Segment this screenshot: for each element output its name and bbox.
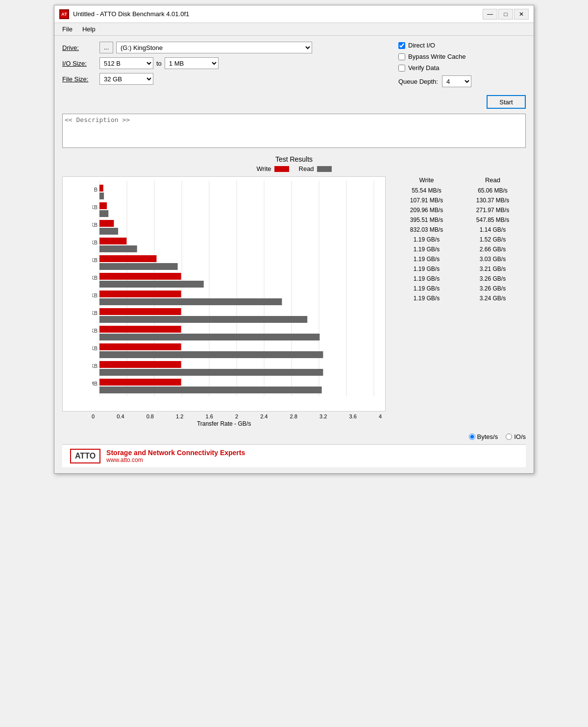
start-button[interactable]: Start	[487, 95, 526, 109]
read-value: 65.06 MB/s	[471, 187, 515, 194]
read-color-swatch	[317, 166, 332, 172]
title-bar: AT Untitled - ATTO Disk Benchmark 4.01.0…	[54, 5, 534, 23]
svg-rect-42	[99, 369, 323, 376]
x-axis-tick: 4	[379, 413, 382, 419]
svg-rect-15	[99, 210, 108, 217]
data-table-row: 395.51 MB/s 547.85 MB/s	[393, 216, 526, 224]
x-axis-tick: 3.2	[319, 413, 327, 419]
svg-rect-24	[99, 263, 178, 270]
svg-rect-32	[99, 308, 181, 315]
file-size-row: File Size: 32 GB	[62, 73, 389, 85]
x-axis-tick: 1.2	[176, 413, 183, 419]
read-value: 547.85 MB/s	[471, 217, 515, 223]
read-value: 2.66 GB/s	[471, 246, 515, 253]
svg-rect-14	[99, 202, 107, 209]
svg-text:8 KB: 8 KB	[92, 257, 98, 263]
bytes-label: Bytes/s	[477, 433, 498, 440]
svg-text:32 KB: 32 KB	[92, 292, 98, 298]
data-table-body: 55.54 MB/s 65.06 MB/s 107.91 MB/s 130.37…	[393, 187, 526, 302]
read-value: 271.97 MB/s	[471, 207, 515, 214]
description-wrapper: << Description >>	[62, 114, 526, 149]
bytes-radio-item: Bytes/s	[469, 433, 498, 440]
x-axis-tick: 2.4	[260, 413, 268, 419]
close-button[interactable]: ✕	[514, 9, 529, 20]
chart-inner: 512 B1 KB2 KB4 KB8 KB16 KB32 KB64 KB128 …	[92, 181, 381, 407]
chart-legend: Write Read	[62, 165, 526, 172]
svg-rect-45	[99, 387, 322, 393]
svg-rect-39	[99, 351, 323, 358]
window-title: Untitled - ATTO Disk Benchmark 4.01.0f1	[73, 10, 189, 18]
data-table-row: 1.19 GB/s 3.21 GB/s	[393, 265, 526, 273]
data-table-row: 1.19 GB/s 2.66 GB/s	[393, 245, 526, 253]
io-radio[interactable]	[506, 434, 512, 440]
svg-text:1 KB: 1 KB	[92, 204, 98, 210]
direct-io-row: Direct I/O	[398, 42, 526, 49]
read-value: 130.37 MB/s	[471, 197, 515, 204]
svg-rect-27	[99, 281, 204, 288]
description-textarea[interactable]: << Description >>	[62, 114, 526, 148]
left-controls: Drive: ... (G:) KingStone I/O Size: 512 …	[62, 42, 389, 89]
title-bar-left: AT Untitled - ATTO Disk Benchmark 4.01.0…	[59, 9, 189, 19]
atto-text: Storage and Network Connectivity Experts…	[106, 449, 518, 463]
write-value: 832.03 MB/s	[405, 226, 449, 233]
svg-rect-18	[99, 228, 118, 235]
right-controls: Direct I/O Bypass Write Cache Verify Dat…	[398, 42, 526, 109]
x-axis-tick: 1.6	[206, 413, 213, 419]
direct-io-checkbox[interactable]	[398, 42, 405, 49]
write-value: 107.91 MB/s	[405, 197, 449, 204]
menu-help[interactable]: Help	[78, 24, 99, 34]
maximize-button[interactable]: □	[498, 9, 513, 20]
svg-rect-17	[99, 220, 114, 227]
data-table-row: 832.03 MB/s 1.14 GB/s	[393, 226, 526, 234]
x-axis-tick: 0.8	[147, 413, 154, 419]
svg-rect-23	[99, 255, 156, 262]
title-buttons: — □ ✕	[483, 9, 529, 20]
svg-text:256 KB: 256 KB	[92, 345, 98, 351]
browse-button[interactable]: ...	[99, 42, 113, 53]
bypass-write-checkbox[interactable]	[398, 53, 405, 60]
data-table-row: 1.19 GB/s 1.52 GB/s	[393, 236, 526, 243]
write-value: 1.19 GB/s	[405, 236, 449, 243]
svg-rect-12	[99, 193, 104, 199]
data-table: Write Read 55.54 MB/s 65.06 MB/s 107.91 …	[393, 176, 526, 427]
svg-rect-26	[99, 273, 181, 280]
write-value: 1.19 GB/s	[405, 285, 449, 292]
svg-text:1 MB: 1 MB	[92, 381, 98, 387]
verify-data-checkbox[interactable]	[398, 65, 405, 72]
data-table-row: 1.19 GB/s 3.26 GB/s	[393, 275, 526, 283]
svg-rect-36	[99, 334, 319, 340]
bytes-radio[interactable]	[469, 434, 475, 440]
data-table-header: Write Read	[393, 176, 526, 185]
atto-logo: ATTO	[70, 449, 100, 463]
minimize-button[interactable]: —	[483, 9, 497, 20]
svg-rect-20	[99, 238, 126, 244]
queue-depth-select[interactable]: 4	[442, 75, 471, 87]
controls-row: Drive: ... (G:) KingStone I/O Size: 512 …	[62, 42, 526, 109]
test-results-section: Test Results Write Read 512 B1 KB2 KB4 K…	[62, 155, 526, 440]
x-axis-tick: 3.6	[349, 413, 356, 419]
drive-label: Drive:	[62, 44, 97, 51]
drive-select[interactable]: (G:) KingStone	[116, 42, 312, 53]
file-size-select[interactable]: 32 GB	[99, 73, 153, 85]
data-table-row: 1.19 GB/s 3.03 GB/s	[393, 255, 526, 263]
svg-text:512 B: 512 B	[92, 187, 98, 193]
read-value: 1.14 GB/s	[471, 226, 515, 233]
x-axis-tick: 2.8	[290, 413, 297, 419]
io-size-to-select[interactable]: 1 MB	[165, 57, 219, 69]
io-size-from-select[interactable]: 512 B	[99, 57, 153, 69]
queue-depth-row: Queue Depth: 4	[398, 75, 526, 87]
write-value: 1.19 GB/s	[405, 295, 449, 302]
main-window: AT Untitled - ATTO Disk Benchmark 4.01.0…	[54, 5, 534, 474]
svg-text:4 KB: 4 KB	[92, 240, 98, 245]
menu-file[interactable]: File	[58, 24, 76, 34]
write-color-swatch	[274, 166, 289, 172]
data-table-row: 209.96 MB/s 271.97 MB/s	[393, 206, 526, 214]
chart-area: 512 B1 KB2 KB4 KB8 KB16 KB32 KB64 KB128 …	[62, 176, 386, 412]
read-value: 1.52 GB/s	[471, 236, 515, 243]
svg-rect-29	[99, 291, 181, 297]
io-radio-item: IO/s	[506, 433, 526, 440]
write-value: 55.54 MB/s	[405, 187, 449, 194]
drive-row: Drive: ... (G:) KingStone	[62, 42, 389, 53]
read-value: 3.03 GB/s	[471, 256, 515, 263]
legend-read: Read	[299, 165, 332, 172]
